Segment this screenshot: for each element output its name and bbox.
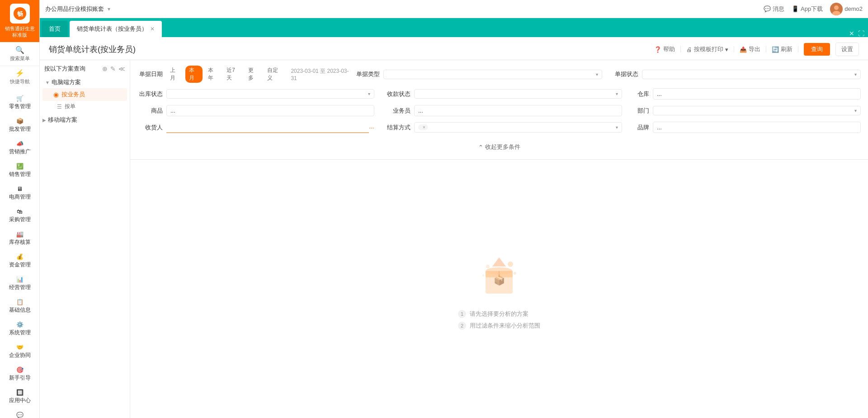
add-scheme-icon[interactable]: ⊕: [102, 65, 108, 72]
sidebar-item-app-center[interactable]: 🔲 应用中心: [0, 385, 39, 408]
goods-select[interactable]: ...: [166, 105, 374, 116]
tip-text-2: 用过滤条件来缩小分析范围: [470, 322, 540, 330]
filter-row-4: 收货人 ··· 结算方式 × ▾: [137, 122, 861, 133]
svg-text:畅: 畅: [17, 10, 23, 17]
receiver-control: ···: [166, 122, 374, 133]
date-tab-more[interactable]: 更多: [245, 66, 262, 83]
out-status-select[interactable]: ▾: [166, 89, 374, 99]
sidebar-item-wechat[interactable]: 💬 企业微信: [0, 408, 39, 418]
topbar-right: 💬 消息 📱 App下载 demo2: [764, 3, 863, 15]
sidebar-item-newbie[interactable]: 🎯 新手引导: [0, 363, 39, 385]
empty-tip-2: 2 用过滤条件来缩小分析范围: [458, 322, 540, 330]
divider1: [680, 46, 681, 52]
export-button[interactable]: 📤 导出: [740, 45, 760, 53]
edit-scheme-icon[interactable]: ✎: [110, 65, 116, 72]
dept-select[interactable]: ▾: [653, 106, 861, 115]
date-tabs: 上月 本月 本年 近7天 更多 自定义 2023-03-01 至 2023-03…: [166, 66, 349, 83]
collapse-filter-button[interactable]: ⌃ 收起更多条件: [137, 140, 861, 154]
app-download-button[interactable]: 📱 App下载: [792, 5, 823, 13]
search-menu-item[interactable]: 🔍 搜索菜单: [0, 42, 39, 66]
tab-window-close-icon[interactable]: ✕: [849, 30, 854, 37]
receiver-dots[interactable]: ···: [369, 124, 374, 131]
user-avatar[interactable]: demo2: [830, 3, 863, 15]
message-button[interactable]: 💬 消息: [764, 5, 784, 13]
sidebar-item-sales[interactable]: 💹 销售管理: [0, 159, 39, 182]
scheme-group-pc-header[interactable]: ▼ 电脑端方案: [42, 76, 127, 88]
sidebar-item-purchase[interactable]: 🛍 采购管理: [0, 204, 39, 227]
group-expand-icon: ▼: [45, 80, 50, 85]
date-filter-control: 上月 本月 本年 近7天 更多 自定义 2023-03-01 至 2023-03…: [166, 66, 349, 83]
quick-nav-item[interactable]: ⚡ 快捷导航: [0, 66, 39, 88]
sidebar-item-inventory[interactable]: 🏭 库存核算: [0, 227, 39, 250]
receipt-status-select[interactable]: ▾: [414, 89, 622, 99]
date-tab-last-month[interactable]: 上月: [166, 66, 184, 83]
date-tab-this-year[interactable]: 本年: [204, 66, 222, 83]
quick-nav-icon: ⚡: [15, 69, 24, 77]
settlement-tag[interactable]: ×: [418, 124, 428, 130]
help-icon: ❓: [654, 46, 661, 53]
query-button-header[interactable]: 查询: [804, 43, 830, 56]
ecommerce-icon: 🖥: [17, 185, 23, 192]
tip-num-1: 1: [458, 310, 466, 318]
tag-close-icon[interactable]: ×: [423, 125, 425, 130]
sidebar-item-ecommerce[interactable]: 🖥 电商管理: [0, 182, 39, 204]
empty-illustration: 📦: [472, 248, 526, 303]
refresh-button[interactable]: 🔄 刷新: [772, 45, 793, 53]
brand-select[interactable]: ...: [653, 122, 861, 133]
setting-button-header[interactable]: 设置: [835, 43, 859, 56]
sidebar-item-retail[interactable]: 🛒 零售管理: [0, 91, 39, 114]
out-status-control: ▾: [166, 89, 374, 99]
doc-status-arrow: ▾: [854, 72, 857, 77]
scheme-panel: 按以下方案查询 ⊕ ✎ ≪ ▼ 电脑端方案 ◉ 按业务员: [40, 60, 130, 418]
sidebar-item-wholesale[interactable]: 📦 批发管理: [0, 114, 39, 137]
scheme-item-by-salesman[interactable]: ◉ 按业务员: [42, 88, 127, 101]
help-button[interactable]: ❓ 帮助: [654, 45, 675, 53]
scheme-group-mobile-header[interactable]: ▶ 移动端方案: [40, 114, 130, 126]
filter-row-3: 商品 ... 业务员 ... 部门: [137, 105, 861, 116]
print-dropdown-icon: ▾: [725, 46, 728, 53]
sidebar-item-basic[interactable]: 📋 基础信息: [0, 295, 39, 318]
business-icon: 📊: [16, 276, 24, 283]
scheme-subitem-by-doc[interactable]: ☰ 按单: [42, 101, 127, 112]
sidebar-item-enterprise[interactable]: 🤝 企业协同: [0, 340, 39, 363]
export-icon: 📤: [740, 46, 747, 53]
sidebar-logo[interactable]: 畅 销售通好生意 标准版: [0, 0, 39, 42]
print-template-button[interactable]: 🖨 按模板打印 ▾: [686, 45, 728, 53]
date-label: 单据日期: [137, 70, 163, 78]
tip-text-1: 请先选择要分析的方案: [470, 310, 528, 318]
receiver-input[interactable]: [166, 122, 369, 133]
svg-point-10: [508, 261, 513, 267]
collapse-arrow-icon: ⌃: [478, 144, 483, 151]
tab-close-icon[interactable]: ✕: [150, 26, 155, 32]
sales-icon: 💹: [16, 163, 24, 170]
page-actions: ❓ 帮助 🖨 按模板打印 ▾ 📤 导出 🔄 刷新: [654, 43, 859, 56]
date-tab-this-month[interactable]: 本月: [185, 66, 203, 83]
filter-panel: 单据日期 上月 本月 本年 近7天 更多 自定义 2023-03-01 至 20…: [130, 60, 868, 160]
sidebar-item-business[interactable]: 📊 经营管理: [0, 272, 39, 295]
doc-status-select[interactable]: ▾: [642, 70, 861, 79]
tab-home[interactable]: 首页: [42, 21, 68, 37]
settlement-select[interactable]: × ▾: [414, 122, 622, 133]
dept-arrow: ▾: [854, 108, 857, 113]
doc-type-select[interactable]: ▾: [383, 70, 602, 79]
goods-label: 商品: [137, 107, 163, 115]
inventory-icon: 🏭: [16, 231, 24, 238]
app-download-icon: 📱: [792, 5, 799, 12]
sidebar-item-marketing[interactable]: 📣 营销推广: [0, 137, 39, 159]
tab-sales-stats[interactable]: 销货单统计表（按业务员） ✕: [70, 21, 162, 37]
collapse-scheme-icon[interactable]: ≪: [118, 65, 125, 72]
sidebar-item-system[interactable]: ⚙️ 系统管理: [0, 318, 39, 340]
divider3: [766, 46, 766, 52]
warehouse-select[interactable]: ...: [653, 88, 861, 100]
salesman-select[interactable]: ...: [414, 105, 622, 116]
receipt-status-label: 收款状态: [383, 90, 410, 98]
topbar-dropdown-icon[interactable]: ▾: [108, 6, 110, 12]
system-icon: ⚙️: [16, 321, 24, 328]
tab-maximize-icon[interactable]: ⛶: [858, 30, 864, 37]
tabbar-right: ✕ ⛶: [849, 30, 868, 37]
date-tab-custom[interactable]: 自定义: [264, 66, 286, 83]
date-tab-7days[interactable]: 近7天: [223, 66, 243, 83]
sidebar-item-finance[interactable]: 💰 资金管理: [0, 250, 39, 272]
dept-control: ▾: [653, 106, 861, 115]
tab-sales-stats-label: 销货单统计表（按业务员）: [77, 25, 147, 33]
